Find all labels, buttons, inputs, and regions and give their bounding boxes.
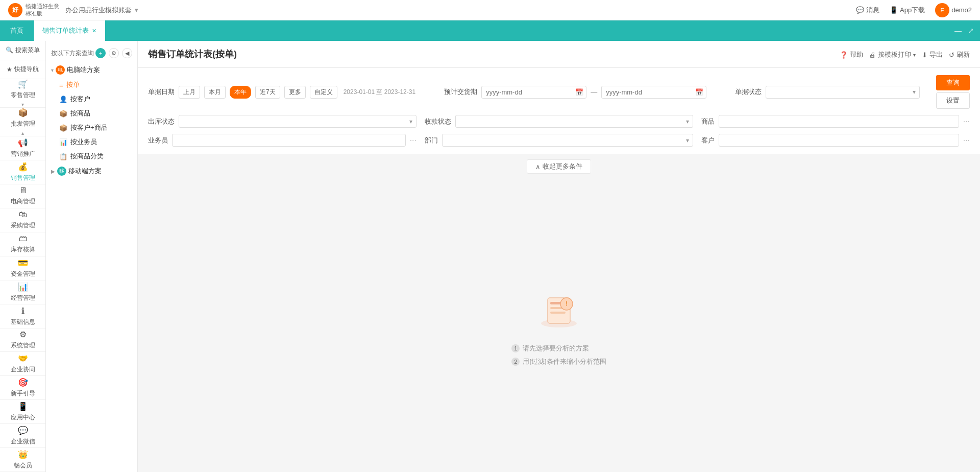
shipment-status-label: 出库状态 [148,117,175,126]
sidebar-item-sales[interactable]: 💰 销售管理 [0,160,45,184]
date-sep: — [591,88,597,96]
sidebar-item-inventory[interactable]: 🗃 库存核算 [0,232,45,256]
sidebar-item-retail[interactable]: 🛒 零售管理 ▾ [0,79,45,108]
scheme-panel: 按以下方案查询 + ⚙ ◀ ▾ 电 电脑端方案 ≡ 按单 [46,41,138,472]
salesman-label: 业务员 [148,136,168,145]
expected-date-start-input[interactable] [481,86,586,99]
sidebar-item-system[interactable]: ⚙ 系统管理 [0,328,45,352]
sidebar: 🔍 搜索菜单 ★ 快捷导航 🛒 零售管理 ▾ 📦 批发管理 ▴ 📢 营销推广 💰… [0,41,46,472]
goods-input[interactable] [719,115,959,128]
scheme-settings-button[interactable]: ⚙ [109,48,119,58]
sidebar-item-basicinfo[interactable]: ℹ 基础信息 [0,304,45,328]
wechat-icon: 💬 [18,426,28,435]
template-print-button[interactable]: 🖨 按模板打印 ▾ [869,50,916,59]
shipment-status-select[interactable] [179,115,416,128]
scheme-item-by-customer[interactable]: 👤 按客户 [46,92,137,106]
customer-label: 客户 [701,136,715,145]
message-button[interactable]: 💬 消息 [856,6,879,15]
order-status-label: 单据状态 [735,87,762,97]
print-arrow-icon: ▾ [913,52,916,58]
app-download-button[interactable]: 📱 App下载 [890,6,925,15]
scheme-item-by-order[interactable]: ≡ 按单 [46,78,137,92]
tab-home[interactable]: 首页 [0,20,34,41]
goods-ellipsis-icon[interactable]: ··· [963,117,970,126]
category-mobile-arrow-icon: ▶ [51,169,55,174]
refresh-icon: ↺ [949,51,954,59]
refresh-button[interactable]: ↺ 刷新 [949,50,970,59]
user-avatar-area[interactable]: E demo2 [935,3,972,17]
app-download-icon: 📱 [890,6,898,14]
date-7days-btn[interactable]: 近7天 [255,86,280,99]
finance-icon: 💳 [18,258,28,268]
category-icon-mobile: 移 [57,167,66,176]
calendar-end-icon: 📅 [695,88,703,96]
expected-date-end-input[interactable] [601,86,706,99]
page-title: 销售订单统计表(按单) [148,48,237,67]
sidebar-item-finance[interactable]: 💳 资金管理 [0,256,45,280]
tab-sales-order-stats[interactable]: 销售订单统计表 ✕ [34,20,105,41]
vip-icon: 👑 [18,450,28,459]
query-button[interactable]: 查询 [936,75,970,90]
sidebar-item-newbie[interactable]: 🎯 新手引导 [0,376,45,400]
salesman-ellipsis-icon[interactable]: ··· [410,136,416,145]
order-list-icon: ≡ [59,81,63,89]
shipment-status-group: 出库状态 [148,115,416,128]
export-button[interactable]: ⬇ 导出 [922,50,943,59]
sidebar-item-enterprise[interactable]: 🤝 企业协同 [0,352,45,376]
department-select-wrapper [442,134,693,147]
sidebar-quick-nav[interactable]: ★ 快捷导航 [0,60,45,80]
calendar-start-icon: 📅 [575,88,583,96]
department-select[interactable] [442,134,693,147]
sidebar-item-operations[interactable]: 📊 经营管理 [0,280,45,304]
sidebar-item-vip[interactable]: 👑 畅会员 [0,448,45,472]
customer-input[interactable] [719,134,959,147]
date-more-btn[interactable]: 更多 [284,86,306,99]
payment-status-label: 收款状态 [425,117,451,126]
scheme-item-by-cust-goods[interactable]: 📦 按客户+商品 [46,121,137,135]
breadcrumb[interactable]: 办公用品行业模拟账套 ▾ [65,6,138,15]
customer-ellipsis-icon[interactable]: ··· [963,136,970,145]
sales-icon: 💰 [18,162,28,172]
scheme-item-by-goods-cat[interactable]: 📋 按商品分类 [46,149,137,163]
scheme-add-button[interactable]: + [95,48,106,58]
scheme-category-mobile[interactable]: ▶ 移 移动端方案 [46,163,137,179]
cust-goods-icon: 📦 [59,124,67,132]
help-button[interactable]: ❓ 帮助 [840,50,863,59]
sidebar-item-marketing[interactable]: 📢 营销推广 [0,136,45,160]
sidebar-item-ecommerce[interactable]: 🖥 电商管理 [0,184,45,208]
scheme-item-by-goods[interactable]: 📦 按商品 [46,106,137,121]
date-custom-btn[interactable]: 自定义 [310,86,337,99]
tip-item-2: 2 用[过滤]条件来缩小分析范围 [511,355,606,368]
date-last-month-btn[interactable]: 上月 [179,86,200,99]
order-status-select[interactable] [766,86,920,99]
tip-num-2: 2 [511,358,520,366]
newbie-icon: 🎯 [18,377,28,387]
salesman-input[interactable] [172,134,406,147]
maximize-icon[interactable]: ⤢ [968,27,974,35]
system-icon: ⚙ [19,329,27,339]
scheme-category-pc[interactable]: ▾ 电 电脑端方案 [46,62,137,78]
sidebar-item-wholesale[interactable]: 📦 批发管理 ▴ [0,108,45,136]
category-icon-pc: 电 [56,65,65,75]
tip-num-1: 1 [511,344,520,352]
payment-status-select[interactable] [455,115,693,128]
page-header: 销售订单统计表(按单) ❓ 帮助 🖨 按模板打印 ▾ ⬇ [138,41,980,68]
scheme-collapse-button[interactable]: ◀ [122,48,132,58]
sidebar-search-menu[interactable]: 🔍 搜索菜单 [0,41,45,60]
goods-label: 商品 [701,117,715,126]
collapse-more-btn[interactable]: ∧ 收起更多条件 [527,159,591,174]
logo-icon: 好 [8,3,22,17]
help-icon: ❓ [840,51,848,59]
date-this-month-btn[interactable]: 本月 [204,86,226,99]
date-this-year-btn[interactable]: 本年 [230,86,251,99]
sidebar-item-appcenter[interactable]: 📱 应用中心 [0,400,45,424]
sidebar-item-purchase[interactable]: 🛍 采购管理 [0,208,45,232]
breadcrumb-arrow-icon: ▾ [135,6,138,14]
scheme-item-by-salesman[interactable]: 📊 按业务员 [46,135,137,149]
tab-close-icon[interactable]: ✕ [92,28,96,34]
enterprise-icon: 🤝 [18,353,28,363]
minimize-icon[interactable]: — [954,27,962,35]
sidebar-item-wechat[interactable]: 💬 企业微信 [0,424,45,448]
settings-button[interactable]: 设置 [936,92,970,109]
tab-bar: 首页 销售订单统计表 ✕ — ⤢ [0,20,980,41]
